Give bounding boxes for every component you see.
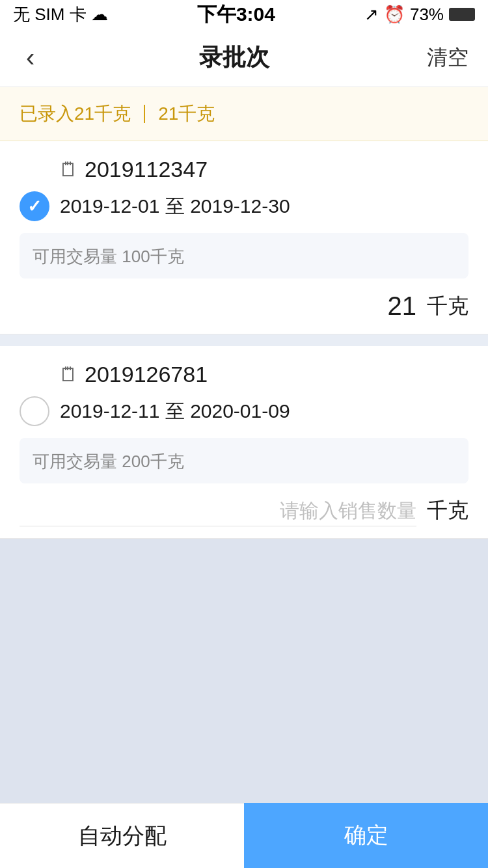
batch-2-date-row[interactable]: 2019-12-11 至 2020-01-09 xyxy=(20,396,468,426)
batch-card-1: 🗒 2019112347 2019-12-01 至 2019-12-30 可用交… xyxy=(0,141,488,334)
batch-2-avail: 可用交易量 200千克 xyxy=(20,438,468,483)
batch-1-id: 2019112347 xyxy=(85,157,208,182)
batch-1-id-row: 🗒 2019112347 xyxy=(20,157,468,182)
batch-1-qty-value[interactable]: 21 xyxy=(388,292,417,321)
bottom-bar: 自动分配 确定 xyxy=(0,803,488,868)
card-separator xyxy=(0,334,488,346)
batch-2-date: 2019-12-11 至 2020-01-09 xyxy=(60,398,290,425)
recorded-value: 21千克 xyxy=(158,102,215,126)
recorded-label: 已录入21千克 xyxy=(20,102,131,126)
batch-1-avail: 可用交易量 100千克 xyxy=(20,233,468,278)
battery-label: 73% xyxy=(410,5,444,25)
batch-2-radio[interactable] xyxy=(20,396,49,426)
status-time: 下午3:04 xyxy=(197,1,275,28)
input-underline xyxy=(20,526,416,526)
status-right: ↗ ⏰ 73% xyxy=(364,5,475,25)
page-title: 录批次 xyxy=(199,42,269,74)
batch-card-1-inner: 🗒 2019112347 2019-12-01 至 2019-12-30 可用交… xyxy=(0,141,488,278)
nav-bar: ‹ 录批次 清空 xyxy=(0,29,488,87)
status-bar: 无 SIM 卡 ☁ 下午3:04 ↗ ⏰ 73% xyxy=(0,0,488,29)
batch-2-input-placeholder: 请输入销售数量 xyxy=(280,498,416,524)
batch-2-input-row[interactable]: 请输入销售数量 千克 xyxy=(0,483,488,539)
auto-distribute-button[interactable]: 自动分配 xyxy=(0,803,244,868)
info-divider xyxy=(144,105,145,123)
batch-2-id: 2019126781 xyxy=(85,362,208,387)
batch-2-input-unit: 千克 xyxy=(427,496,468,525)
batch-1-date-row[interactable]: 2019-12-01 至 2019-12-30 xyxy=(20,191,468,221)
batch-1-avail-text: 可用交易量 100千克 xyxy=(33,247,184,266)
confirm-button[interactable]: 确定 xyxy=(244,803,488,868)
batch-1-qty-row[interactable]: 21 千克 xyxy=(0,278,488,334)
batch-card-2-inner: 🗒 2019126781 2019-12-11 至 2020-01-09 可用交… xyxy=(0,346,488,483)
batch-1-icon: 🗒 xyxy=(59,159,78,181)
content-area: 🗒 2019112347 2019-12-01 至 2019-12-30 可用交… xyxy=(0,141,488,857)
batch-card-2: 🗒 2019126781 2019-12-11 至 2020-01-09 可用交… xyxy=(0,346,488,539)
batch-1-radio[interactable] xyxy=(20,191,49,221)
batch-1-date: 2019-12-01 至 2019-12-30 xyxy=(60,193,290,220)
location-icon: ↗ xyxy=(364,5,379,25)
batch-2-icon: 🗒 xyxy=(59,364,78,386)
batch-2-avail-text: 可用交易量 200千克 xyxy=(33,452,184,471)
alarm-icon: ⏰ xyxy=(384,5,405,25)
battery-icon xyxy=(449,8,475,21)
batch-1-qty-unit: 千克 xyxy=(427,292,468,321)
status-left: 无 SIM 卡 ☁ xyxy=(13,3,108,26)
back-button[interactable]: ‹ xyxy=(20,36,41,79)
sim-label: 无 SIM 卡 ☁ xyxy=(13,3,108,26)
clear-button[interactable]: 清空 xyxy=(427,44,468,72)
info-banner: 已录入21千克 21千克 xyxy=(0,87,488,141)
batch-2-id-row: 🗒 2019126781 xyxy=(20,362,468,387)
